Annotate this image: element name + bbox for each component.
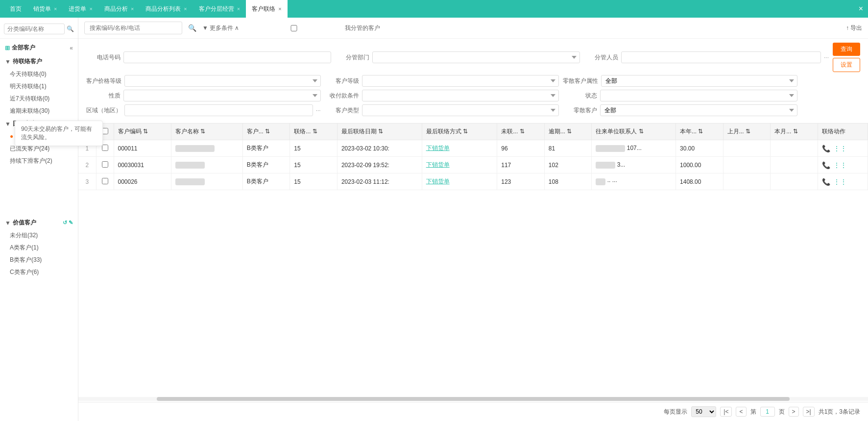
nature-select[interactable] bbox=[123, 90, 321, 101]
retail-attr-label: 零散客户属性 bbox=[563, 77, 598, 85]
row-last-method[interactable]: 下销货单 bbox=[422, 140, 497, 157]
tab-customer-tier[interactable]: 客户分层经营 × bbox=[193, 0, 246, 18]
sidebar-item-class-c[interactable]: C类客户(6) bbox=[0, 266, 78, 278]
more-action-icon[interactable]: ⋮⋮ bbox=[833, 178, 847, 186]
valued-group-icons[interactable]: ↺ ✎ bbox=[63, 220, 73, 226]
dept-select[interactable] bbox=[372, 51, 580, 63]
phone-label: 电话号码 bbox=[86, 53, 121, 62]
churn-tooltip: 90天未交易的客户，可能有流失风险。 bbox=[15, 121, 78, 146]
phone-input[interactable] bbox=[123, 51, 331, 63]
setting-button[interactable]: 设置 bbox=[833, 58, 860, 72]
last-page-btn[interactable]: >| bbox=[803, 407, 815, 417]
close-product-analysis-list-icon[interactable]: × bbox=[184, 6, 187, 12]
row-contact: 15 bbox=[290, 157, 338, 173]
export-btn[interactable]: ↑ 导出 bbox=[846, 24, 862, 32]
col-this-year[interactable]: 本年... ⇅ bbox=[676, 124, 723, 140]
contact-action-icon[interactable]: 📞 bbox=[822, 161, 830, 169]
row-select-checkbox[interactable] bbox=[102, 178, 108, 184]
person-dots[interactable]: ··· bbox=[824, 54, 829, 61]
close-product-analysis-icon[interactable]: × bbox=[131, 6, 134, 12]
adv-cell-person: 分管人员 ··· bbox=[584, 51, 829, 63]
col-unlinked[interactable]: 未联... ⇅ bbox=[497, 124, 545, 140]
region-input[interactable] bbox=[124, 104, 313, 116]
retail-customer-select[interactable]: 全部 bbox=[600, 104, 797, 116]
sidebar-group-pending[interactable]: ▼ 待联络客户 bbox=[0, 55, 78, 68]
tab-sales[interactable]: 销货单 × bbox=[27, 0, 63, 18]
prev-page-btn[interactable]: < bbox=[736, 407, 746, 417]
next-page-btn[interactable]: > bbox=[789, 407, 799, 417]
page-input[interactable] bbox=[760, 407, 775, 417]
close-customer-tier-icon[interactable]: × bbox=[237, 6, 240, 12]
arrow-valued-icon: ▼ bbox=[5, 220, 11, 226]
close-purchase-icon[interactable]: × bbox=[89, 6, 92, 12]
adv-cell-customer-type: 客户类型 bbox=[325, 104, 559, 116]
customer-tier-select[interactable] bbox=[362, 75, 559, 87]
adv-cell-customer-tier: 客户等级 bbox=[325, 75, 559, 87]
more-action-icon[interactable]: ⋮⋮ bbox=[833, 145, 847, 152]
row-last-method[interactable]: 下销货单 bbox=[422, 157, 497, 173]
row-checkbox[interactable] bbox=[96, 157, 114, 173]
row-code: 000026 bbox=[114, 173, 171, 190]
region-dots[interactable]: ··· bbox=[316, 107, 321, 114]
col-code[interactable]: 客户编码 ⇅ bbox=[114, 124, 171, 140]
per-page-select[interactable]: 50 100 bbox=[691, 406, 716, 417]
sidebar-group-valued[interactable]: ▼ 价值客户 ↺ ✎ bbox=[0, 216, 78, 229]
sidebar-search-input[interactable] bbox=[4, 24, 65, 34]
first-page-btn[interactable]: |< bbox=[720, 407, 732, 417]
sidebar-item-week[interactable]: 近7天待联络(0) bbox=[0, 93, 78, 105]
row-unlinked: 96 bbox=[497, 140, 545, 157]
sidebar-all-customers[interactable]: ⊞ 全部客户 « bbox=[0, 41, 78, 55]
payment-select[interactable] bbox=[362, 90, 559, 101]
filter-icon: ▼ bbox=[202, 25, 208, 31]
row-last-method[interactable]: 下销货单 bbox=[422, 173, 497, 190]
retail-attr-select[interactable]: 全部 bbox=[601, 75, 797, 87]
more-conditions-btn[interactable]: ▼ 更多条件 ∧ bbox=[202, 24, 239, 32]
sidebar-item-returning[interactable]: 持续下滑客户(2) bbox=[0, 155, 78, 167]
window-close-icon[interactable]: × bbox=[859, 4, 863, 13]
scrollbar-thumb[interactable] bbox=[157, 397, 790, 401]
more-action-icon[interactable]: ⋮⋮ bbox=[833, 161, 847, 169]
status-select[interactable] bbox=[600, 90, 797, 101]
sidebar-item-tomorrow[interactable]: 明天待联络(1) bbox=[0, 80, 78, 93]
person-input[interactable] bbox=[621, 51, 821, 63]
col-overdue[interactable]: 逾期... ⇅ bbox=[544, 124, 592, 140]
col-type[interactable]: 客户... ⇅ bbox=[242, 124, 290, 140]
tab-customer-contact-label: 客户联络 bbox=[252, 5, 275, 13]
search-input[interactable] bbox=[84, 22, 182, 34]
row-select-checkbox[interactable] bbox=[102, 145, 108, 151]
col-unit-contact[interactable]: 往来单位联系人 ⇅ bbox=[592, 124, 676, 140]
contact-action-icon[interactable]: 📞 bbox=[822, 178, 830, 186]
col-contact[interactable]: 联络... ⇅ bbox=[290, 124, 338, 140]
contact-action-icon[interactable]: 📞 bbox=[822, 145, 830, 152]
customer-type-select[interactable] bbox=[362, 104, 559, 116]
col-this-month[interactable]: 本月... ⇅ bbox=[771, 124, 818, 140]
close-sales-icon[interactable]: × bbox=[54, 6, 57, 12]
col-last-month[interactable]: 上月... ⇅ bbox=[723, 124, 771, 140]
col-name[interactable]: 客户名称 ⇅ bbox=[171, 124, 243, 140]
filter-search-icon[interactable]: 🔍 bbox=[188, 24, 196, 32]
sidebar-item-ungroup[interactable]: 未分组(32) bbox=[0, 229, 78, 242]
tab-purchase[interactable]: 进货单 × bbox=[63, 0, 98, 18]
table-row: 2 00030031 B类客户 15 2023-02-09 19:52: 下销货… bbox=[78, 157, 868, 173]
sidebar-item-overdue-contact[interactable]: 逾期未联络(30) bbox=[0, 105, 78, 117]
tab-product-analysis-list[interactable]: 商品分析列表 × bbox=[140, 0, 193, 18]
sidebar-item-class-b[interactable]: B类客户(33) bbox=[0, 254, 78, 266]
col-last-method[interactable]: 最后联络方式 ⇅ bbox=[422, 124, 497, 140]
close-customer-contact-icon[interactable]: × bbox=[278, 6, 281, 12]
my-customers-checkbox[interactable] bbox=[245, 25, 343, 31]
action-buttons: 查询 设置 bbox=[833, 43, 860, 72]
tab-customer-contact[interactable]: 客户联络 × bbox=[246, 0, 287, 18]
row-select-checkbox[interactable] bbox=[102, 161, 108, 168]
row-contact: 15 bbox=[290, 140, 338, 157]
collapse-icon[interactable]: « bbox=[70, 45, 73, 51]
row-checkbox[interactable] bbox=[96, 173, 114, 190]
price-tier-select[interactable] bbox=[124, 75, 321, 87]
query-button[interactable]: 查询 bbox=[833, 43, 860, 56]
horizontal-scrollbar[interactable] bbox=[78, 397, 868, 401]
sidebar-item-class-a[interactable]: A类客户(1) bbox=[0, 242, 78, 254]
tab-product-analysis[interactable]: 商品分析 × bbox=[98, 0, 140, 18]
tab-home[interactable]: 首页 bbox=[4, 0, 27, 18]
sidebar-item-today[interactable]: 今天待联络(0) bbox=[0, 68, 78, 80]
row-action: 📞 ⋮⋮ bbox=[818, 157, 868, 173]
col-last-date[interactable]: 最后联络日期 ⇅ bbox=[337, 124, 422, 140]
